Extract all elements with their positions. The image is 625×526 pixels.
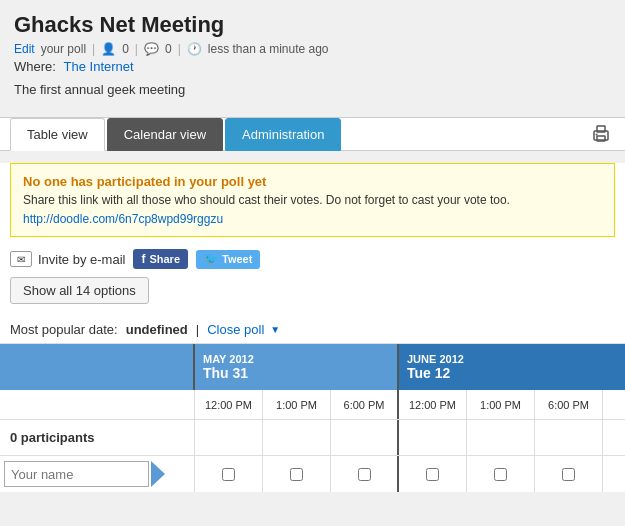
checkbox-5[interactable] [494, 468, 507, 481]
where-row: Where: The Internet [14, 59, 611, 74]
meta-row: Edit your poll | 👤 0 | 💬 0 | 🕐 less than… [14, 42, 611, 56]
clock-icon: 🕐 [187, 42, 202, 56]
notice-title: No one has participated in your poll yet [23, 174, 602, 189]
content-area: No one has participated in your poll yet… [0, 163, 625, 492]
twitter-icon: 🐦 [204, 253, 218, 266]
june-month-label: JUNE 2012 [407, 353, 617, 365]
checkbox-3[interactable] [358, 468, 371, 481]
checkbox-cell-1[interactable] [195, 456, 263, 492]
show-options-button[interactable]: Show all 14 options [10, 277, 149, 304]
comments-icon: 💬 [144, 42, 159, 56]
check-empty-1 [195, 420, 263, 455]
participants-count: 0 [122, 42, 129, 56]
print-button[interactable] [587, 122, 615, 146]
description-text: The first annual geek meeting [14, 82, 611, 97]
comments-count: 0 [165, 42, 172, 56]
envelope-icon: ✉ [10, 251, 32, 267]
time-cell-5: 1:00 PM [467, 390, 535, 419]
most-popular-label: Most popular date: [10, 322, 118, 337]
edit-link[interactable]: Edit [14, 42, 35, 56]
most-popular-value: undefined [126, 322, 188, 337]
notice-message: Share this link with all those who shoul… [23, 193, 602, 207]
social-row: ✉ Invite by e-mail f Share 🐦 Tweet [10, 249, 615, 269]
facebook-icon: f [141, 252, 145, 266]
name-input-row [0, 456, 195, 492]
check-empty-3 [331, 420, 399, 455]
participants-icon: 👤 [101, 42, 116, 56]
participants-check-row [195, 420, 625, 456]
participants-label: 0 participants [0, 420, 195, 456]
tab-calendar-view[interactable]: Calendar view [107, 118, 223, 151]
most-popular-row: Most popular date: undefined | Close pol… [0, 316, 625, 343]
tabs-bar: Table view Calendar view Administration [0, 117, 625, 151]
separator: | [196, 322, 199, 337]
checkbox-cell-4[interactable] [399, 456, 467, 492]
checkbox-4[interactable] [426, 468, 439, 481]
facebook-share-button[interactable]: f Share [133, 249, 188, 269]
options-row: Show all 14 options [10, 277, 615, 304]
check-empty-5 [467, 420, 535, 455]
time-cell-6: 6:00 PM [535, 390, 603, 419]
time-cell-3: 6:00 PM [331, 390, 399, 419]
grid-left: 0 participants [0, 344, 195, 492]
checkbox-cell-5[interactable] [467, 456, 535, 492]
checkbox-cell-3[interactable] [331, 456, 399, 492]
name-arrow [151, 461, 165, 487]
check-empty-2 [263, 420, 331, 455]
checkbox-2[interactable] [290, 468, 303, 481]
june-day-label: Tue 12 [407, 365, 617, 381]
share-label: Share [149, 253, 180, 265]
page-title: Ghacks Net Meeting [14, 12, 611, 38]
name-check-row [195, 456, 625, 492]
where-link[interactable]: The Internet [64, 59, 134, 74]
grid-wrapper: 0 participants MAY 2012 Thu 31 JUNE 2012… [0, 343, 625, 492]
checkbox-1[interactable] [222, 468, 235, 481]
invite-email-label: Invite by e-mail [38, 252, 125, 267]
checkbox-6[interactable] [562, 468, 575, 481]
header-section: Ghacks Net Meeting Edit your poll | 👤 0 … [0, 0, 625, 117]
tab-table-view[interactable]: Table view [10, 118, 105, 151]
name-input[interactable] [4, 461, 149, 487]
time-spacer-left [0, 390, 195, 420]
time-cell-1: 12:00 PM [195, 390, 263, 419]
month-headers: MAY 2012 Thu 31 JUNE 2012 Tue 12 [195, 344, 625, 390]
time-text: less than a minute ago [208, 42, 329, 56]
may-month-label: MAY 2012 [203, 353, 389, 365]
tab-administration[interactable]: Administration [225, 118, 341, 151]
svg-rect-2 [597, 136, 605, 141]
close-poll-button[interactable]: Close poll [207, 322, 264, 337]
checkbox-cell-6[interactable] [535, 456, 603, 492]
check-empty-4 [399, 420, 467, 455]
may-day-label: Thu 31 [203, 365, 389, 381]
time-headers: 12:00 PM 1:00 PM 6:00 PM 12:00 PM 1:00 P… [195, 390, 625, 420]
month-spacer-left [0, 344, 195, 390]
check-empty-6 [535, 420, 603, 455]
where-label: Where: [14, 59, 56, 74]
notice-link[interactable]: http://doodle.com/6n7cp8wpd99rggzu [23, 212, 223, 226]
your-poll-text: your poll [41, 42, 86, 56]
time-cell-4: 12:00 PM [399, 390, 467, 419]
may-header: MAY 2012 Thu 31 [195, 344, 399, 390]
invite-email-button[interactable]: ✉ Invite by e-mail [10, 251, 125, 267]
svg-point-3 [596, 134, 598, 136]
checkbox-cell-2[interactable] [263, 456, 331, 492]
notice-box: No one has participated in your poll yet… [10, 163, 615, 237]
tweet-label: Tweet [222, 253, 252, 265]
chevron-down-icon[interactable]: ▼ [270, 324, 280, 335]
grid-right: MAY 2012 Thu 31 JUNE 2012 Tue 12 12:00 P… [195, 344, 625, 492]
time-cell-2: 1:00 PM [263, 390, 331, 419]
june-header: JUNE 2012 Tue 12 [399, 344, 625, 390]
tweet-button[interactable]: 🐦 Tweet [196, 250, 260, 269]
